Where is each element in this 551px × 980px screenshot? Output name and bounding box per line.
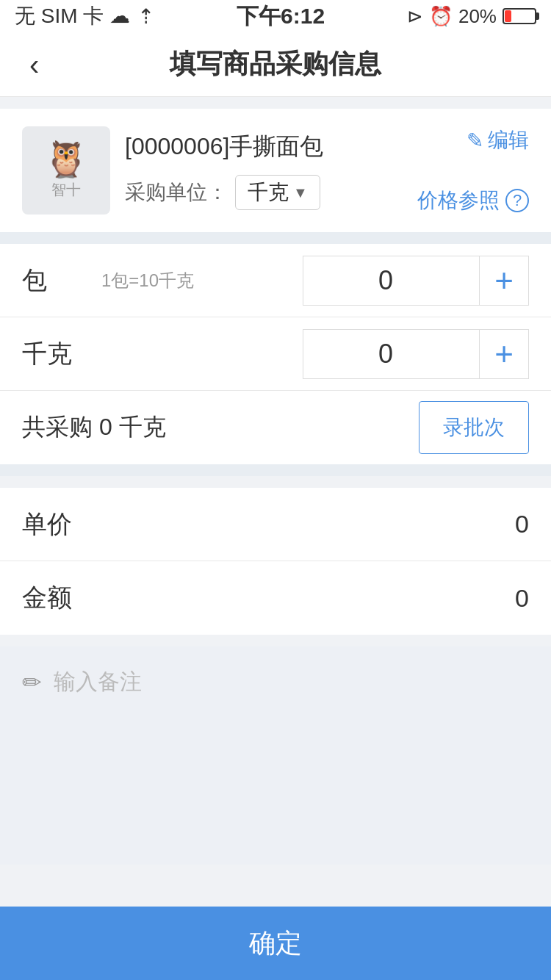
product-logo-icon: 🦉 [44, 142, 88, 177]
dropdown-arrow-icon: ▼ [293, 184, 308, 201]
battery-percent: 20% [458, 5, 497, 28]
amount-label: 金额 [22, 581, 515, 615]
edit-button[interactable]: ✎ 编辑 [467, 126, 529, 154]
unit-selector[interactable]: 千克 ▼ [235, 175, 320, 210]
bao-label: 包 [22, 264, 96, 298]
alarm-icon: ⏰ [429, 5, 453, 28]
kg-input-row: 千克 + [0, 317, 551, 391]
bao-input-control: + [303, 256, 529, 306]
notes-placeholder: 输入备注 [54, 667, 142, 697]
total-row: 共采购 0 千克 录批次 [0, 391, 551, 464]
price-section: 单价 0 金额 0 [0, 488, 551, 635]
price-ref-label: 价格参照 [417, 187, 500, 215]
location-icon: ⊳ [407, 5, 423, 28]
page-title: 填写商品采购信息 [170, 46, 381, 82]
unit-price-row: 单价 0 [0, 488, 551, 561]
purchase-unit-label: 采购单位： [125, 179, 228, 206]
bao-quantity-input[interactable] [303, 256, 479, 306]
product-card: 🦉 智十 [0000006]手撕面包 采购单位： 千克 ▼ ✎ 编辑 价格参照 … [0, 109, 551, 232]
status-bar: 无 SIM 卡 ☁ ⇡ 下午6:12 ⊳ ⏰ 20% [0, 0, 551, 32]
unit-value: 千克 [248, 179, 289, 206]
status-right: ⊳ ⏰ 20% [407, 5, 536, 28]
help-icon: ? [505, 189, 529, 212]
kg-input-control: + [303, 329, 529, 379]
wifi-icon: ⇡ [137, 4, 154, 29]
kg-label: 千克 [22, 337, 96, 371]
total-unit-label: 千克 [119, 414, 166, 440]
status-left: 无 SIM 卡 ☁ ⇡ [15, 2, 154, 30]
confirm-button[interactable]: 确定 [0, 907, 551, 980]
pencil-icon: ✏ [22, 669, 42, 696]
bottom-spacer [0, 718, 551, 865]
divider-band-2 [0, 464, 551, 476]
kg-plus-button[interactable]: + [479, 329, 529, 379]
total-value-num: 0 [99, 414, 112, 440]
bao-plus-button[interactable]: + [479, 256, 529, 306]
product-logo-text: 智十 [44, 180, 88, 200]
unit-price-label: 单价 [22, 508, 515, 541]
product-image: 🦉 智十 [22, 126, 110, 215]
amount-row: 金额 0 [0, 561, 551, 635]
input-section: 包 1包=10千克 + 千克 + [0, 244, 551, 391]
battery-icon [503, 8, 536, 24]
batch-record-button[interactable]: 录批次 [419, 401, 529, 454]
sim-status: 无 SIM 卡 ☁ [15, 2, 130, 30]
amount-value: 0 [515, 584, 529, 613]
divider-band-1 [0, 232, 551, 244]
back-button[interactable]: ‹ [22, 43, 46, 87]
edit-label: 编辑 [488, 126, 529, 154]
total-label: 共采购 0 千克 [22, 411, 419, 444]
edit-icon: ✎ [467, 129, 483, 153]
bao-sub-label: 1包=10千克 [101, 269, 303, 292]
notes-section[interactable]: ✏ 输入备注 [0, 646, 551, 718]
status-time: 下午6:12 [237, 1, 325, 32]
kg-quantity-input[interactable] [303, 329, 479, 379]
nav-bar: ‹ 填写商品采购信息 [0, 32, 551, 97]
price-reference-button[interactable]: 价格参照 ? [417, 187, 529, 215]
total-prefix: 共采购 [22, 414, 93, 440]
unit-price-value: 0 [515, 510, 529, 538]
bao-input-row: 包 1包=10千克 + [0, 244, 551, 317]
